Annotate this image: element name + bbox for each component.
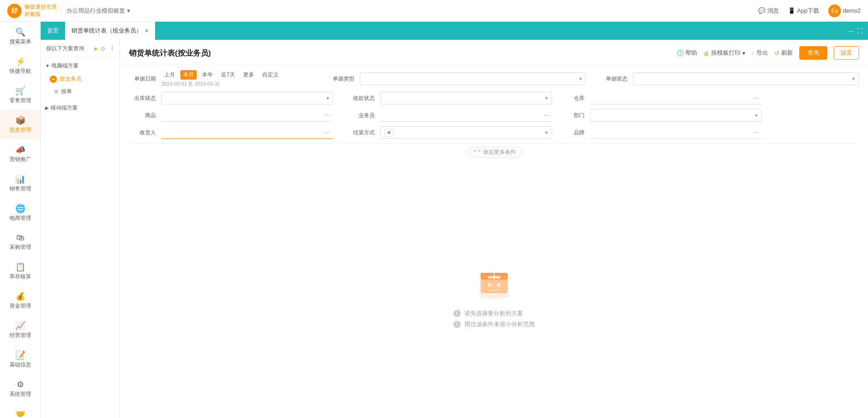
department-dropdown[interactable]: ▾ — [590, 109, 762, 122]
date-tab-this-month[interactable]: 本月 — [180, 70, 197, 80]
group-collapsed-icon: ▶ — [45, 105, 49, 110]
sidebar-item-label: 库存核算 — [9, 273, 31, 280]
tab-home[interactable]: 首页 — [41, 22, 65, 40]
doc-status-dropdown[interactable]: ▾ — [633, 72, 859, 85]
app-download-btn[interactable]: 📱 App下载 — [788, 7, 819, 15]
scheme-group-desktop: ▼ 电脑端方案 ● 按业务员 ⊞ 按单 — [41, 57, 119, 100]
empty-box-svg — [472, 257, 517, 302]
recipient-dots: ··· — [325, 128, 330, 137]
chevron-down-settlement: ▾ — [545, 129, 548, 136]
sidebar-item-operations[interactable]: 📈 经营管理 — [0, 315, 40, 345]
collapse-conditions-btn[interactable]: ⌃⌃ 收起更多条件 — [466, 147, 523, 158]
edit-scheme-icon[interactable]: ⊙ — [100, 45, 105, 52]
help-icon: ? — [677, 50, 684, 56]
warehouse-label: 仓库 — [557, 95, 585, 102]
scheme-group-desktop-title[interactable]: ▼ 电脑端方案 — [41, 59, 119, 72]
svg-point-6 — [497, 283, 500, 287]
page-title-row: 销货单统计表(按业务员) ? 帮助 🖨 按模板打印 ▾ ↑ — [120, 40, 868, 65]
warehouse-field[interactable]: ··· — [590, 92, 762, 104]
sidebar-item-purchase[interactable]: 🛍 采购管理 — [0, 228, 40, 256]
refresh-icon: ↺ — [774, 50, 779, 57]
sidebar-item-finance[interactable]: 💰 资金管理 — [0, 286, 40, 315]
content-area: 首页 销货单统计表（按业务员） ✕ — ⛶ 按以下方案查询 + ⊙ 《 — [41, 22, 868, 418]
brand-field[interactable]: ··· — [590, 126, 762, 139]
maximize-icon[interactable]: ⛶ — [857, 28, 863, 34]
top-header: 好 畅捷通好生意 标账版 办公用品行业模拟账套 ▾ 💬 消息 📱 App下载 E… — [0, 0, 868, 22]
settlement-dropdown[interactable]: ✕ ▾ — [380, 126, 552, 139]
tab-sales-stat-label: 销货单统计表（按业务员） — [71, 27, 142, 35]
breadcrumb: 办公用品行业模拟账套 ▾ — [61, 7, 130, 15]
user-avatar-btn[interactable]: Ea demo2 — [828, 5, 861, 17]
date-tab-last-month[interactable]: 上月 — [161, 70, 178, 80]
doc-type-dropdown[interactable]: ▾ — [360, 72, 586, 85]
settlement-label: 结算方式 — [339, 129, 375, 137]
sidebar-item-system[interactable]: ⚙ 系统管理 — [0, 374, 40, 404]
chevron-down-dept: ▾ — [755, 112, 758, 119]
sidebar-item-wholesale[interactable]: 📦 批发管理 — [0, 110, 40, 139]
sidebar-item-basic-info[interactable]: 📝 基础信息 — [0, 345, 40, 374]
sidebar-item-marketing[interactable]: 📣 营销推广 — [0, 139, 40, 169]
filter-row-3: 商品 ··· 业务员 ··· 部门 ▾ — [129, 109, 859, 122]
tab-close-icon[interactable]: ✕ — [145, 28, 149, 34]
brand-dots: ··· — [753, 128, 759, 137]
lightning-icon: ⚡ — [15, 57, 25, 66]
collapse-scheme-icon[interactable]: 《 — [108, 44, 114, 52]
help-btn[interactable]: ? 帮助 — [677, 49, 697, 57]
brand-label: 品牌 — [557, 129, 585, 137]
export-icon: ↑ — [752, 50, 755, 57]
payment-dropdown[interactable]: ▾ — [380, 92, 552, 104]
export-btn[interactable]: ↑ 导出 — [752, 49, 769, 57]
logo-area[interactable]: 好 畅捷通好生意 标账版 — [7, 4, 57, 18]
query-btn[interactable]: 查询 — [799, 46, 827, 60]
empty-tip-2: 2 用过滤条件来缩小分析范围 — [453, 320, 535, 328]
date-tab-last7days[interactable]: 近7天 — [218, 70, 238, 80]
scheme-item-by-salesperson[interactable]: ● 按业务员 — [41, 72, 119, 86]
settlement-clear-btn[interactable]: ✕ — [384, 129, 394, 137]
chevron-down-doc-type: ▾ — [579, 76, 582, 82]
sidebar-item-ecommerce[interactable]: 🌐 电商管理 — [0, 198, 40, 228]
purchase-icon: 🛍 — [16, 233, 24, 242]
page-title-actions: ? 帮助 🖨 按模板打印 ▾ ↑ 导出 ↺ — [677, 46, 859, 60]
sidebar-item-quick-nav[interactable]: ⚡ 快捷导航 — [0, 51, 40, 81]
salesperson-label: 业务员 — [339, 112, 375, 119]
inventory-icon: 📋 — [15, 262, 25, 272]
goods-field[interactable]: ··· — [161, 109, 333, 122]
wholesale-icon: 📦 — [15, 115, 25, 125]
scheme-sub-item-by-order[interactable]: ⊞ 按单 — [41, 86, 119, 98]
sidebar-item-label: 系统管理 — [9, 390, 31, 398]
scheme-group-mobile-title[interactable]: ▶ 移动端方案 — [41, 101, 119, 114]
date-tab-custom[interactable]: 自定义 — [259, 70, 281, 80]
sidebar-item-search-menu[interactable]: 🔍 搜索菜单 — [0, 22, 40, 51]
shipment-dropdown[interactable]: ▾ — [161, 92, 333, 104]
sidebar-item-inventory[interactable]: 📋 库存核算 — [0, 256, 40, 286]
date-tab-this-year[interactable]: 本年 — [199, 70, 216, 80]
salesperson-field[interactable]: ··· — [380, 109, 552, 122]
date-tab-more[interactable]: 更多 — [241, 70, 257, 80]
sidebar-item-retail[interactable]: 🛒 零售管理 — [0, 81, 40, 110]
print-btn[interactable]: 🖨 按模板打印 ▾ — [703, 49, 745, 57]
header-left: 好 畅捷通好生意 标账版 办公用品行业模拟账套 ▾ — [7, 4, 130, 18]
scheme-panel-actions: + ⊙ 《 — [94, 44, 114, 52]
scheme-panel-title: 按以下方案查询 — [46, 45, 84, 52]
messages-btn[interactable]: 💬 消息 — [758, 7, 779, 15]
date-tabs: 上月 本月 本年 近7天 更多 自定义 — [161, 70, 313, 80]
add-scheme-btn[interactable]: + — [94, 45, 98, 52]
filter-row-1: 单据日期 上月 本月 本年 近7天 更多 自定义 2023-03-01 至 20… — [129, 70, 859, 87]
filter-area: 单据日期 上月 本月 本年 近7天 更多 自定义 2023-03-01 至 20… — [120, 65, 868, 167]
sidebar-item-sales[interactable]: 📊 销售管理 — [0, 169, 40, 198]
doc-status-label: 单据状态 — [591, 75, 627, 83]
tab-sales-stat[interactable]: 销货单统计表（按业务员） ✕ — [65, 22, 155, 40]
settings-btn[interactable]: 设置 — [834, 46, 859, 60]
scheme-group-mobile: ▶ 移动端方案 — [41, 100, 119, 116]
main-content: 销货单统计表(按业务员) ? 帮助 🖨 按模板打印 ▾ ↑ — [120, 40, 868, 418]
sidebar-item-label: 营销推广 — [9, 156, 31, 163]
empty-illustration — [472, 257, 517, 302]
sidebar-item-enterprise[interactable]: 🤝 企业协同 — [0, 404, 40, 418]
goods-dots: ··· — [325, 111, 330, 119]
recipient-field[interactable]: ··· — [161, 126, 333, 139]
operations-icon: 📈 — [15, 321, 25, 331]
minimize-icon[interactable]: — — [848, 28, 854, 34]
refresh-btn[interactable]: ↺ 刷新 — [774, 49, 793, 57]
collapse-arrow-icon: ⌃⌃ — [472, 149, 481, 156]
message-icon: 💬 — [758, 7, 765, 14]
